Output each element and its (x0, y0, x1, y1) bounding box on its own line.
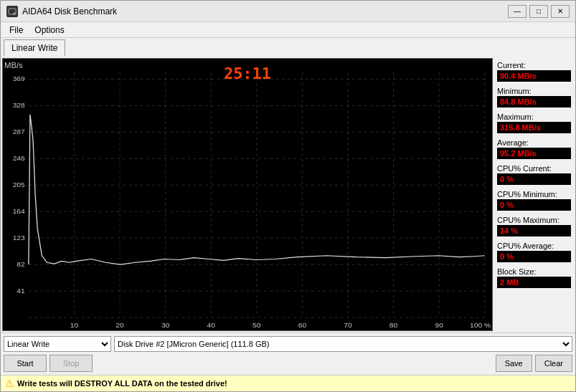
controls-row-selects: Linear Write Disk Drive #2 [JMicron Gene… (4, 336, 572, 352)
chart-area: 25:11 MB/s (2, 58, 493, 331)
stat-minimum: Minimum: 84.8 MB/s (497, 87, 571, 110)
svg-text:369: 369 (13, 75, 26, 83)
svg-text:40: 40 (207, 322, 216, 330)
svg-point-1 (14, 12, 16, 14)
svg-text:80: 80 (389, 322, 398, 330)
stat-cpu-maximum-value: 14 % (497, 225, 571, 236)
stat-current-value: 90.4 MB/s (497, 70, 571, 82)
stat-cpu-maximum-label: CPU% Maximum: (497, 216, 571, 224)
chart-timer: 25:11 (224, 64, 271, 82)
stat-maximum-value: 315.8 MB/s (497, 122, 571, 133)
svg-text:70: 70 (344, 322, 352, 330)
stat-cpu-average-value: 0 % (497, 251, 571, 262)
stat-block-size-value: 2 MB (497, 277, 571, 288)
stat-cpu-current: CPU% Current: 0 % (497, 164, 571, 187)
warning-bar: ⚠ Write tests will DESTROY ALL DATA on t… (1, 375, 575, 391)
stat-cpu-average: CPU% Average: 0 % (497, 242, 571, 264)
title-bar-left: AIDA64 Disk Benchmark (6, 6, 117, 17)
title-controls: — □ ✕ (508, 5, 570, 18)
app-icon (6, 6, 18, 17)
svg-text:20: 20 (115, 322, 124, 330)
menu-bar: File Options (1, 22, 575, 38)
stat-minimum-value: 84.8 MB/s (497, 96, 571, 107)
main-content: 25:11 MB/s (1, 57, 575, 333)
svg-text:41: 41 (16, 287, 24, 295)
svg-text:60: 60 (298, 322, 307, 330)
chart-canvas: 25:11 MB/s (3, 59, 492, 330)
window-title: AIDA64 Disk Benchmark (22, 6, 117, 16)
svg-text:328: 328 (13, 102, 26, 110)
tab-bar: Linear Write (1, 38, 575, 57)
bottom-controls: Linear Write Disk Drive #2 [JMicron Gene… (1, 333, 575, 375)
minimize-button[interactable]: — (508, 5, 527, 18)
main-window: AIDA64 Disk Benchmark — □ ✕ File Options… (0, 0, 576, 392)
warning-icon: ⚠ (5, 378, 14, 389)
stat-average-value: 95.2 MB/s (497, 148, 571, 159)
chart-svg: MB/s 369 328 (3, 59, 492, 330)
test-type-select[interactable]: Linear Write (4, 336, 111, 352)
svg-text:10: 10 (70, 322, 79, 330)
stat-cpu-minimum-label: CPU% Minimum: (497, 190, 571, 199)
svg-text:50: 50 (252, 322, 261, 330)
stat-cpu-current-label: CPU% Current: (497, 164, 571, 173)
svg-text:123: 123 (13, 234, 26, 242)
svg-text:246: 246 (13, 154, 26, 162)
stat-cpu-maximum: CPU% Maximum: 14 % (497, 216, 571, 239)
stat-maximum-label: Maximum: (497, 113, 571, 121)
stat-cpu-minimum: CPU% Minimum: 0 % (497, 190, 571, 213)
stat-current: Current: 90.4 MB/s (497, 61, 571, 84)
svg-rect-2 (3, 59, 492, 330)
stat-average-label: Average: (497, 138, 571, 147)
svg-text:164: 164 (13, 207, 26, 215)
drive-select[interactable]: Disk Drive #2 [JMicron Generic] (111.8 G… (114, 336, 572, 352)
svg-text:90: 90 (435, 322, 443, 330)
stat-block-size: Block Size: 2 MB (497, 267, 571, 290)
clear-button[interactable]: Clear (535, 355, 572, 372)
stop-button[interactable]: Stop (49, 355, 93, 372)
close-button[interactable]: ✕ (551, 5, 570, 18)
sidebar: Current: 90.4 MB/s Minimum: 84.8 MB/s Ma… (493, 57, 575, 333)
svg-text:82: 82 (16, 260, 24, 268)
stat-maximum: Maximum: 315.8 MB/s (497, 113, 571, 135)
start-button[interactable]: Start (4, 355, 47, 372)
warning-text: Write tests will DESTROY ALL DATA on the… (17, 379, 227, 388)
maximize-button[interactable]: □ (529, 5, 548, 18)
svg-text:205: 205 (13, 181, 26, 188)
save-button[interactable]: Save (496, 355, 532, 372)
svg-text:MB/s: MB/s (4, 62, 23, 70)
svg-text:100 %: 100 % (470, 322, 491, 330)
svg-text:287: 287 (13, 128, 25, 136)
svg-text:30: 30 (161, 322, 170, 330)
stat-cpu-average-label: CPU% Average: (497, 242, 571, 250)
title-bar: AIDA64 Disk Benchmark — □ ✕ (1, 1, 575, 22)
menu-options[interactable]: Options (29, 24, 70, 37)
stat-block-size-label: Block Size: (497, 267, 571, 276)
stat-average: Average: 95.2 MB/s (497, 138, 571, 161)
menu-file[interactable]: File (4, 24, 29, 37)
stat-minimum-label: Minimum: (497, 87, 571, 95)
controls-row-buttons: Start Stop Save Clear (4, 355, 572, 372)
stat-current-label: Current: (497, 61, 571, 70)
tab-linear-write[interactable]: Linear Write (4, 39, 65, 57)
stat-cpu-current-value: 0 % (497, 173, 571, 185)
stat-cpu-minimum-value: 0 % (497, 199, 571, 211)
